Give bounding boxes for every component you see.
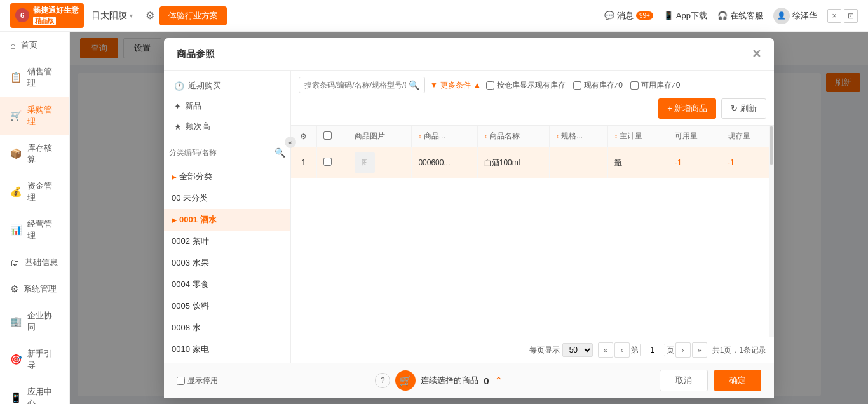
cart-icon-button[interactable]: 🛒 (395, 370, 416, 391)
arrow-icon-0001: ▶ (172, 217, 177, 224)
category-item-0001[interactable]: ▶ 0001 酒水 (164, 209, 290, 231)
col-code[interactable]: ↕ 商品... (412, 126, 477, 147)
last-page-button[interactable]: » (692, 342, 707, 358)
checkbox-stock-ne0[interactable]: 现有库存≠0 (573, 80, 623, 91)
checkbox-warehouse[interactable]: 按仓库显示现有库存 (486, 80, 566, 91)
category-item-all[interactable]: ▶ 全部分类 (164, 166, 290, 187)
col-unit[interactable]: ↕ 主计量 (607, 126, 668, 147)
sidebar-item-purchase[interactable]: 🛒 采购管理 (0, 97, 69, 135)
nav-user[interactable]: 👤 徐泽华 (773, 8, 817, 24)
collapse-panel-button[interactable]: « (285, 137, 296, 148)
quick-tab-recent-label: 近期购买 (188, 80, 221, 91)
help-button[interactable]: ? (375, 373, 390, 388)
display-disabled-checkbox[interactable]: 显示停用 (177, 375, 218, 386)
expand-window-button[interactable]: ⊡ (844, 9, 858, 23)
table-row[interactable]: 1 图 000600... (291, 147, 774, 178)
page-info: 共1页，1条记录 (712, 345, 766, 356)
category-search-icon[interactable]: 🔍 (275, 147, 285, 158)
cart-collapse-button[interactable]: ⌃ (494, 375, 503, 387)
quick-tab-frequent[interactable]: ★ 频次高 (169, 116, 285, 137)
row-unit: 瓶 (607, 147, 668, 178)
checkbox-stock-ne0-input[interactable] (573, 81, 581, 90)
sidebar-item-home[interactable]: ⌂ 首页 (0, 32, 69, 58)
category-search-input[interactable] (169, 148, 271, 157)
nav-online-service[interactable]: 🎧 在线客服 (717, 10, 763, 22)
quick-tab-recent[interactable]: 🕐 近期购买 (169, 76, 285, 96)
category-item-0003[interactable]: 0003 水果 (164, 252, 290, 274)
cancel-button[interactable]: 取消 (660, 370, 708, 391)
filter-button[interactable]: ▼ 更多条件 ▲ (430, 80, 481, 91)
sidebar-item-newbie[interactable]: 🎯 新手引导 (0, 340, 69, 379)
first-page-button[interactable]: « (598, 342, 613, 358)
sidebar-item-enterprise[interactable]: 🏢 企业协同 (0, 302, 69, 340)
category-item-00[interactable]: 00 未分类 (164, 187, 290, 209)
row-available: -1 (668, 147, 721, 178)
sidebar-item-system[interactable]: ⚙ 系统管理 (0, 276, 69, 302)
scrollbar[interactable] (769, 126, 774, 337)
category-item-0005[interactable]: 0005 饮料 (164, 295, 290, 317)
sidebar-item-operations[interactable]: 📊 经营管理 (0, 211, 69, 249)
gear-icon[interactable]: ⚙ (140, 10, 159, 22)
nav-dropdown[interactable]: 日太阳膜 ▾ (84, 10, 140, 22)
category-item-0010[interactable]: 0010 家电 (164, 339, 290, 360)
modal-close-button[interactable]: ✕ (752, 47, 761, 61)
sidebar-label-enterprise: 企业协同 (27, 310, 59, 333)
nav-cta-button[interactable]: 体验行业方案 (159, 6, 227, 25)
recent-icon: 🕐 (174, 81, 184, 91)
modal-body: 🕐 近期购买 ✦ 新品 ★ 频次高 (164, 71, 774, 363)
checkbox-available-ne0-input[interactable] (630, 81, 639, 90)
sidebar-item-finance[interactable]: 💰 资金管理 (0, 173, 69, 211)
category-label-0005: 0005 饮料 (172, 300, 209, 312)
row-checkbox[interactable] (316, 147, 348, 178)
system-icon: ⚙ (10, 283, 18, 295)
search-input[interactable] (304, 81, 406, 90)
filter-label: 更多条件 (440, 80, 471, 91)
close-window-button[interactable]: × (827, 9, 841, 23)
quick-tab-new[interactable]: ✦ 新品 (169, 96, 285, 116)
row-stock: -1 (721, 147, 774, 178)
row-num: 1 (291, 147, 316, 178)
user-avatar: 👤 (773, 8, 790, 24)
display-disabled-input[interactable] (177, 377, 185, 385)
col-spec[interactable]: ↕ 规格... (549, 126, 607, 147)
phone-icon: 📱 (663, 11, 674, 20)
add-product-button[interactable]: + 新增商品 (658, 98, 716, 119)
confirm-button[interactable]: 确定 (714, 370, 761, 391)
nav-messages[interactable]: 💬 消息 99+ (604, 10, 653, 22)
search-box: 🔍 (299, 77, 425, 93)
checkbox-stock-ne0-label: 现有库存≠0 (584, 80, 623, 91)
next-page-button[interactable]: › (675, 342, 691, 358)
arrow-icon: ▶ (172, 173, 177, 180)
sidebar-label-operations: 经营管理 (27, 219, 59, 241)
sidebar-item-basic[interactable]: 🗂 基础信息 (0, 249, 69, 276)
refresh-button[interactable]: ↻ 刷新 (721, 98, 766, 119)
sales-icon: 📋 (10, 72, 22, 83)
checkbox-available-ne0[interactable]: 可用库存≠0 (630, 80, 680, 91)
cart-area: ? 🛒 连续选择的商品 0 ⌃ (375, 370, 502, 391)
category-item-0004[interactable]: 0004 零食 (164, 274, 290, 295)
sidebar-item-inventory[interactable]: 📦 库存核算 (0, 135, 69, 173)
category-item-0008[interactable]: 0008 水 (164, 317, 290, 339)
page-number-input[interactable] (640, 344, 665, 356)
sidebar-item-sales[interactable]: 📋 销售管理 (0, 58, 69, 97)
logo-badge: 精品版 (33, 17, 56, 25)
checkbox-warehouse-input[interactable] (486, 81, 494, 90)
footer-right: 取消 确定 (660, 370, 761, 391)
checkbox-group: 按仓库显示现有库存 现有库存≠0 可用库存≠0 (486, 80, 681, 91)
nav-app-download[interactable]: 📱 App下载 (663, 10, 707, 22)
per-page-dropdown[interactable]: 50 (562, 343, 593, 357)
checkbox-warehouse-label: 按仓库显示现有库存 (497, 80, 566, 91)
select-all-checkbox[interactable] (323, 131, 332, 140)
home-icon: ⌂ (10, 40, 16, 51)
sidebar-item-appcenter[interactable]: 📱 应用中心 (0, 379, 69, 404)
star-icon: ★ (174, 122, 182, 131)
prev-page-button[interactable]: ‹ (614, 342, 630, 358)
quick-tab-new-label: 新品 (185, 100, 201, 112)
sidebar-label-sales: 销售管理 (27, 66, 59, 89)
nav-right: 💬 消息 99+ 📱 App下载 🎧 在线客服 👤 徐泽华 × ⊡ (604, 8, 858, 24)
col-name[interactable]: ↕ 商品名称 (477, 126, 549, 147)
row-image: 图 (348, 147, 411, 178)
category-search: 🔍 (164, 142, 290, 163)
category-item-0002[interactable]: 0002 茶叶 (164, 231, 290, 252)
search-icon[interactable]: 🔍 (409, 80, 419, 90)
